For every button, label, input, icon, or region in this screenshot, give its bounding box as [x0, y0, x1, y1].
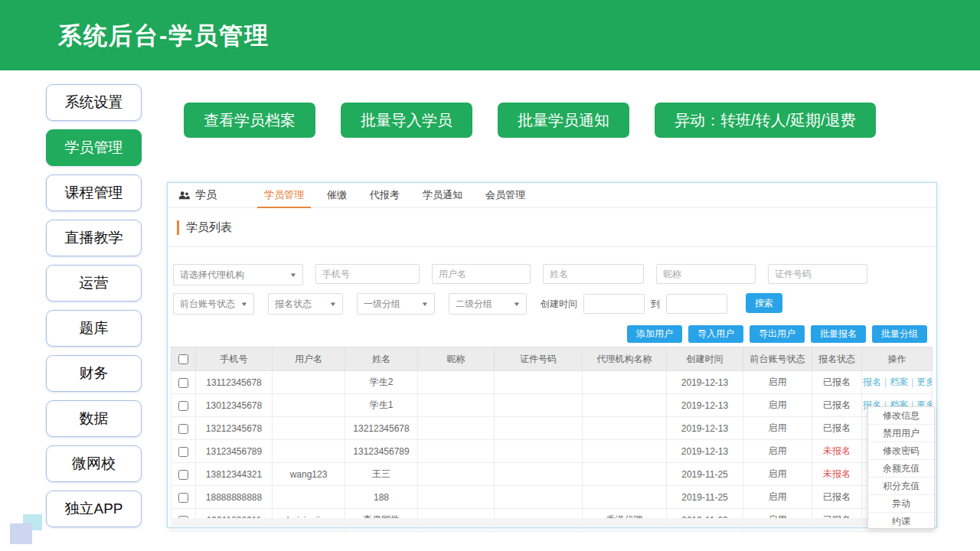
- filter-group-level-2-select[interactable]: 二级分组▼: [449, 293, 527, 315]
- cell: 王三: [345, 463, 418, 486]
- sidebar-item-micro-school[interactable]: 微网校: [46, 445, 142, 482]
- chevron-down-icon: ▼: [513, 301, 521, 308]
- filter-enroll-status-select[interactable]: 报名状态▼: [268, 293, 343, 315]
- chevron-down-icon: ▼: [289, 272, 297, 279]
- action-more-link[interactable]: 更多: [916, 377, 932, 387]
- cell: 2019-11-25: [667, 486, 743, 509]
- row-actions-cell: 报名|档案|更多: [862, 371, 933, 394]
- row-checkbox[interactable]: [178, 493, 188, 503]
- cell: [273, 417, 345, 440]
- import-user-button[interactable]: 导入用户: [688, 325, 743, 343]
- cell: [495, 440, 583, 463]
- action-separator: |: [884, 377, 887, 387]
- context-menu-item-status-change[interactable]: 异动: [868, 495, 934, 513]
- cell: [495, 417, 583, 440]
- batch-group-button[interactable]: 批量分组: [872, 325, 927, 343]
- row-checkbox[interactable]: [178, 447, 188, 457]
- cell: 学生1: [345, 394, 418, 417]
- cell: [495, 394, 583, 417]
- action-archive-link[interactable]: 档案: [890, 377, 908, 387]
- create-time-start-input[interactable]: [583, 294, 645, 314]
- tab-payment-reminder[interactable]: 催缴: [327, 183, 347, 207]
- sidebar-item-standalone-app[interactable]: 独立APP: [46, 491, 142, 527]
- student-panel: 学员 学员管理催缴代报考学员通知会员管理 学员列表 请选择代理机构▼ 前台账号状…: [167, 182, 937, 528]
- tab-proxy-exam-registration[interactable]: 代报考: [370, 183, 400, 207]
- row-checkbox[interactable]: [178, 401, 188, 411]
- students-icon: [178, 191, 190, 201]
- table-row: 13012345678学生12019-12-13启用已报名报名|档案|更多: [172, 394, 933, 417]
- cell: 启用: [743, 394, 812, 417]
- cell: 13123456789: [196, 440, 273, 463]
- tab-member-management[interactable]: 会员管理: [485, 183, 525, 207]
- search-button[interactable]: 搜索: [746, 293, 782, 313]
- filter-agency-select[interactable]: 请选择代理机构▼: [173, 264, 303, 285]
- cell: [418, 371, 495, 394]
- export-user-button[interactable]: 导出用户: [750, 325, 805, 343]
- bulk-actions: 添加用户导入用户导出用户批量报名批量分组: [627, 325, 927, 343]
- tab-student-notice[interactable]: 学员通知: [423, 183, 462, 207]
- filter-account-status-select[interactable]: 前台账号状态▼: [173, 293, 254, 315]
- sidebar-item-data[interactable]: 数据: [46, 400, 142, 437]
- row-checkbox[interactable]: [178, 424, 188, 434]
- add-user-button[interactable]: 添加用户: [627, 325, 682, 343]
- cell: 2019-12-13: [667, 417, 743, 440]
- sidebar-item-question-bank[interactable]: 题库: [46, 310, 142, 347]
- sidebar-item-finance[interactable]: 财务: [46, 355, 142, 392]
- row-checkbox[interactable]: [178, 378, 188, 388]
- row-checkbox-cell: [172, 486, 196, 509]
- quick-actions: 查看学员档案批量导入学员批量学员通知异动：转班/转人/延期/退费: [184, 103, 876, 138]
- cell: [418, 417, 495, 440]
- cell: [495, 463, 583, 486]
- cell: 启用: [743, 440, 812, 463]
- context-menu-item-balance-recharge[interactable]: 余额充值: [868, 460, 934, 478]
- sidebar-item-course-management[interactable]: 课程管理: [46, 174, 142, 211]
- header-select-checkbox[interactable]: [178, 354, 188, 364]
- cell: 2019-12-13: [667, 394, 743, 417]
- sidebar-item-operations[interactable]: 运营: [46, 265, 142, 302]
- context-menu-item-book-lesson[interactable]: 约课: [868, 513, 934, 529]
- context-menu-item-disable-user[interactable]: 禁用用户: [868, 425, 934, 442]
- sidebar-item-student-management[interactable]: 学员管理: [46, 129, 142, 166]
- cell: [418, 440, 495, 463]
- cell: 18888888888: [196, 486, 273, 509]
- row-checkbox-cell: [172, 417, 196, 440]
- action-enroll-link[interactable]: 报名: [863, 377, 881, 387]
- quick-action-view-student-archives[interactable]: 查看学员档案: [184, 103, 315, 138]
- cell: 13212345678: [345, 417, 418, 440]
- sidebar: 系统设置学员管理课程管理直播教学运营题库财务数据微网校独立APP: [46, 84, 142, 536]
- chevron-down-icon: ▼: [240, 301, 248, 308]
- column-header: 证件号码: [495, 347, 583, 371]
- quick-action-status-change[interactable]: 异动：转班/转人/延期/退费: [655, 103, 876, 138]
- filter-group-level-1-select[interactable]: 一级分组▼: [357, 293, 435, 315]
- filter-phone-input[interactable]: [315, 264, 420, 284]
- quick-action-batch-import-students[interactable]: 批量导入学员: [341, 103, 472, 138]
- filter-enroll-status-placeholder: 报名状态: [275, 298, 312, 311]
- cell: 未报名: [812, 463, 862, 486]
- sidebar-item-system-settings[interactable]: 系统设置: [46, 84, 142, 121]
- cell: 2019-12-13: [667, 440, 743, 463]
- app-header: 系统后台-学员管理: [0, 0, 980, 70]
- cell: 已报名: [812, 394, 862, 417]
- sidebar-item-live-teaching[interactable]: 直播教学: [46, 220, 142, 256]
- tab-student-management[interactable]: 学员管理: [264, 183, 304, 207]
- column-header: 操作: [862, 347, 933, 371]
- batch-enroll-button[interactable]: 批量报名: [811, 325, 866, 343]
- quick-action-batch-student-notice[interactable]: 批量学员通知: [498, 103, 629, 138]
- cell: 13112345678: [196, 371, 273, 394]
- table-row: 13212345678132123456782019-12-13启用已报名: [172, 417, 933, 440]
- row-checkbox-cell: [172, 371, 196, 394]
- filter-username-input[interactable]: [432, 264, 531, 284]
- filter-id-number-input[interactable]: [768, 264, 867, 284]
- context-menu-item-points-recharge[interactable]: 积分充值: [868, 478, 934, 495]
- create-time-end-input[interactable]: [666, 294, 727, 314]
- context-menu-item-change-password[interactable]: 修改密码: [868, 442, 934, 460]
- create-time-to-label: 到: [651, 298, 660, 311]
- table-row: 13123456789131234567892019-12-13启用未报名: [172, 440, 933, 463]
- row-checkbox[interactable]: [178, 470, 188, 480]
- context-menu-item-edit-info[interactable]: 修改信息: [868, 407, 934, 425]
- filter-name-input[interactable]: [543, 264, 644, 284]
- chevron-down-icon: ▼: [421, 301, 429, 308]
- cell: 188: [345, 486, 418, 509]
- student-table: 手机号用户名姓名昵称证件号码代理机构名称创建时间前台账号状态报名状态操作1311…: [171, 347, 933, 532]
- filter-nickname-input[interactable]: [656, 264, 756, 284]
